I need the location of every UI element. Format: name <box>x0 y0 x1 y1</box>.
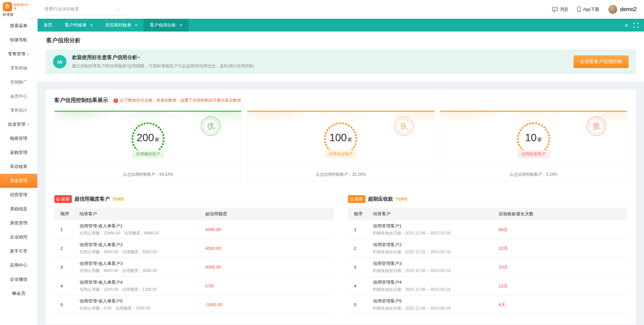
chevron-down-icon <box>116 7 120 10</box>
sidebar-item-ecommerce[interactable]: 电商管理 <box>0 131 37 146</box>
welcome-banner: Hi 欢迎使用好生意客户信用分析~ 通过控制结算客户的信用额度/信用期限，可实时… <box>46 49 636 74</box>
sample-data-note: ! 以下数据仅为示例，非真实数据，设置了信用控制后可展示真实数据 <box>113 98 241 103</box>
top5-label: TOP5 <box>396 197 407 202</box>
sidebar-item-inventory[interactable]: 库存核算 <box>0 160 37 174</box>
credit-result-card: 客户信用控制结果展示 ! 以下数据仅为示例，非真实数据，设置了信用控制后可展示真… <box>46 90 636 324</box>
poor-credit-card: 差 10家 信用较差客户 占总信用控制客户：3.23% <box>440 111 627 182</box>
top-bar: b 畅捷通好生意 标准版 母婴行业演示账套 消息 App下载 <box>0 0 644 19</box>
customer-count: 100 <box>330 132 347 144</box>
credit-level-badge: 信用较差客户 <box>517 150 550 158</box>
tab-label: 首页 <box>44 22 52 28</box>
overdue-badge: 超期 <box>348 195 365 203</box>
sidebar-item-label: 畅会员 <box>12 290 25 296</box>
table-row: 2 信用管理客户2到期未收款日期：2020.12.02 -- 2023.03.1… <box>348 239 628 258</box>
sidebar-item-system[interactable]: 系统管理 <box>0 216 37 230</box>
table-title: 超期应收款 <box>368 196 393 202</box>
tab-label: 客户对账单 <box>65 22 87 28</box>
sidebar-item-beginner-guide[interactable]: 新手引导 <box>0 244 37 258</box>
target-icon <box>56 197 60 201</box>
sidebar-item-label: 会员中心 <box>10 94 27 99</box>
tab-customer-credit-analysis[interactable]: 客户信用分析× <box>144 19 188 32</box>
account-book-select[interactable]: 母婴行业演示账套 <box>42 3 128 15</box>
sidebar-item-label: 零售管理 <box>8 51 26 57</box>
sidebar-item-enterprise-collab[interactable]: 企业协同 <box>0 230 37 244</box>
sidebar-item-operations[interactable]: 经营管理 <box>0 188 37 202</box>
expand-arrow-icon: ▼ <box>27 123 30 126</box>
username: demo2 <box>620 6 637 12</box>
grade-stamp-poor: 差 <box>585 114 608 138</box>
sidebar-item-quick-nav[interactable]: 快捷导航 <box>0 33 37 47</box>
tab-close-icon[interactable]: × <box>90 23 93 28</box>
table-row: 3 信用管理客户3到期未收款日期：2020.12.08 -- 2023.03.1… <box>348 258 628 277</box>
tab-close-icon[interactable]: × <box>179 23 182 28</box>
section-title: 客户信用控制结果展示 <box>54 97 108 104</box>
setup-credit-control-button[interactable]: 去设置客户信用控制 <box>574 55 629 68</box>
sidebar-item-purchasing[interactable]: 采购管理 <box>0 146 37 160</box>
app-download-label: App下载 <box>583 6 599 12</box>
ranking-tables: 超额 超信用额度客户 TOP5 顺序 结算客户 超信用额度 <box>54 195 627 314</box>
tab-supplier-statement[interactable]: 供应商对账单× <box>99 19 144 32</box>
grade-stamp-good: 良 <box>392 114 415 138</box>
tab-close-icon[interactable]: × <box>135 23 137 28</box>
share-label: 占总信用控制客户：32.25% <box>247 167 434 181</box>
messages-button[interactable]: 消息 <box>552 6 568 12</box>
hi-icon: Hi <box>53 55 66 68</box>
sidebar-item-label: 新手引导 <box>10 248 28 254</box>
table-row: 4 信用管理客户4到期未收款日期：2020.12.08 -- 2023.03.1… <box>348 277 628 295</box>
app-window: b 畅捷通好生意 标准版 母婴行业演示账套 消息 App下载 <box>0 0 644 325</box>
grade-stamp-excellent: 优 <box>199 114 222 138</box>
collapse-arrow-icon: ▲ <box>27 53 30 56</box>
app-logo: b 畅捷通好生意 标准版 <box>0 0 38 18</box>
table-row: 5 信用管理-收入单客户5信用占用额：0.00 信用额度：1000.00 -10… <box>54 295 334 314</box>
fullscreen-icon[interactable] <box>634 23 639 28</box>
table-row: 2 信用管理-收入单客户2信用占用额：9000.00 信用额度：5000.00 … <box>54 239 334 258</box>
table-header: 顺序 结算客户 超信用额度 <box>54 208 334 220</box>
sidebar-item-label: 采购管理 <box>10 150 28 156</box>
page-content: 客户信用分析 Hi 欢迎使用好生意客户信用分析~ 通过控制结算客户的信用额度/信… <box>38 32 644 325</box>
close-all-tabs-icon[interactable]: × <box>625 22 628 29</box>
sidebar-item-label: 企业微信 <box>10 276 28 282</box>
user-menu[interactable]: demo2 <box>608 5 637 14</box>
banner-title: 欢迎使用好生意客户信用分析~ <box>72 54 257 61</box>
sidebar-item-member-center[interactable]: 会员中心 <box>0 89 37 103</box>
sidebar-item-funds[interactable]: 资金管理 <box>0 174 37 188</box>
share-label: 占总信用控制客户：64.52% <box>55 167 241 181</box>
sidebar-item-label: 电商管理 <box>10 136 28 142</box>
tab-label: 供应商对账单 <box>105 22 131 28</box>
tab-customer-statement[interactable]: 客户对账单× <box>59 19 99 32</box>
sidebar-item-label: 搜索菜单 <box>10 23 28 29</box>
sidebar-item-marketing[interactable]: 营销推广 <box>0 75 37 89</box>
sidebar-item-retail-stats[interactable]: 零售统计 <box>0 103 37 117</box>
table-header: 顺序 结算客户 应收账龄最长天数 <box>348 208 628 220</box>
sidebar-group-retail[interactable]: 零售管理▲ <box>0 47 37 61</box>
count-unit: 家 <box>347 137 352 142</box>
sidebar-item-wecom[interactable]: 企业微信 <box>0 272 37 286</box>
tab-home[interactable]: 首页 <box>38 19 59 32</box>
message-bubble-icon <box>552 7 558 12</box>
brand-name: 畅捷通好生意 <box>14 3 29 10</box>
over-credit-limit-table: 超额 超信用额度客户 TOP5 顺序 结算客户 超信用额度 <box>54 195 334 314</box>
edition-label: 标准版 <box>3 12 35 17</box>
sidebar-item-label: 资金管理 <box>10 178 28 184</box>
customer-count: 200 <box>137 132 154 144</box>
count-unit: 家 <box>155 137 159 142</box>
sidebar-group-wholesale[interactable]: 批发管理▼ <box>0 117 37 131</box>
sidebar-item-search-menu[interactable]: 搜索菜单 <box>0 19 37 33</box>
sidebar-item-basic-info[interactable]: 基础信息 <box>0 202 37 216</box>
sidebar-item-label: 经营管理 <box>10 192 28 198</box>
table-row: 3 信用管理-收入单客户3信用占用额：6000.00 信用额度：3000.00 … <box>54 258 334 277</box>
overdue-receivables-table: 超期 超期应收款 TOP5 顺序 结算客户 应收账龄最长天数 <box>348 195 628 314</box>
sidebar-item-chang-member[interactable]: 畅会员 <box>0 286 37 301</box>
app-download-button[interactable]: App下载 <box>577 6 599 12</box>
count-unit: 家 <box>537 137 542 142</box>
sidebar-item-retail-mall[interactable]: 零售商城 <box>0 61 37 75</box>
banner-description: 通过控制结算客户的信用额度/信用期限，可实时掌握客户欠款超期等信用信息，及时进行… <box>72 63 257 69</box>
page-title: 客户信用分析 <box>38 32 644 49</box>
sidebar-item-label: 营销推广 <box>10 79 27 85</box>
phone-icon <box>577 6 581 12</box>
credit-summary-row: 优 200家 信用极好客户 占总信用控制客户：64.52% <box>54 111 627 182</box>
table-row: 5 信用管理客户5到期未收款日期：2020.12.08 -- 2023.03.1… <box>348 295 628 314</box>
sidebar-item-label: 应用中心 <box>10 262 28 268</box>
sidebar-item-app-center[interactable]: 应用中心 <box>0 258 37 272</box>
table-row: 4 信用管理-收入单客户4信用占用额：1200.00 信用额度：1200.00 … <box>54 277 334 295</box>
